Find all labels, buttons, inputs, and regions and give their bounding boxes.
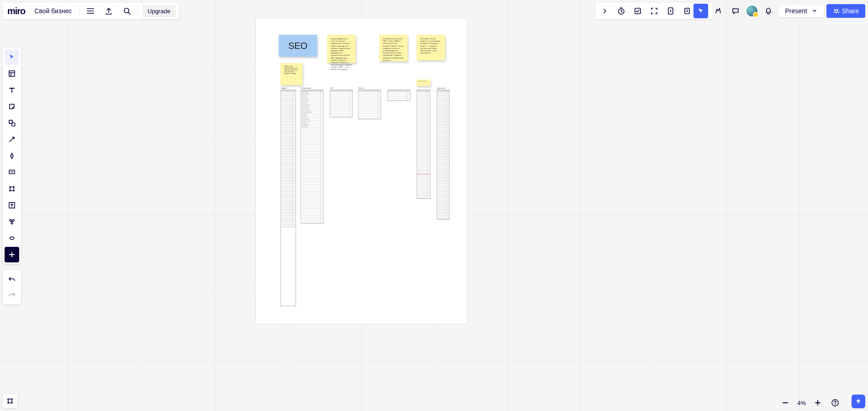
sticky-note-3[interactable]: Источники. Понять какие есть ассоциации,… (417, 35, 445, 60)
svg-point-17 (835, 404, 836, 405)
sticky-note-2[interactable]: Оптимизация важности SEO. Спец по SEO и … (379, 35, 408, 61)
notifications-icon[interactable] (761, 4, 776, 18)
notes-icon[interactable] (680, 4, 694, 18)
sticky-small-1[interactable]: Автоматизация статей (417, 80, 430, 86)
export-icon[interactable] (101, 4, 116, 18)
search-icon[interactable] (120, 4, 134, 18)
svg-point-15 (11, 222, 13, 224)
table-6[interactable] (417, 90, 430, 199)
focus-icon[interactable] (647, 4, 662, 18)
zoom-out-button[interactable] (780, 397, 791, 408)
svg-rect-4 (685, 8, 689, 14)
reactions-icon[interactable] (711, 4, 725, 18)
undo-redo-panel (3, 270, 21, 304)
svg-point-9 (11, 123, 15, 126)
top-toolbar: miro Свой бизнес Upgrade (3, 3, 179, 19)
table-title: База статей (437, 87, 445, 89)
connector-tool[interactable] (5, 132, 19, 147)
svg-point-6 (836, 9, 838, 11)
table-title: Контент (359, 87, 364, 89)
upload-tool[interactable] (5, 197, 19, 213)
sticky-text: SEO (288, 40, 307, 52)
svg-point-10 (11, 155, 12, 156)
separator (138, 6, 138, 16)
menu-icon[interactable] (83, 4, 98, 18)
sticky-note-tool[interactable] (5, 99, 19, 114)
upgrade-button[interactable]: Upgrade (142, 5, 176, 17)
sticky-text: Лендинг сайт, одностраничник, веб страни… (284, 65, 298, 75)
board-frame[interactable]: SEO Сергей продвигался стать 1 в рынке и… (256, 18, 467, 324)
shapes-tool[interactable] (5, 115, 19, 131)
frame-tool[interactable] (5, 181, 19, 197)
separator (79, 6, 79, 16)
table-5[interactable] (387, 90, 410, 101)
templates-tool[interactable] (5, 66, 19, 81)
sticky-text: Источники. Понять какие есть ассоциации,… (420, 37, 440, 54)
table-7[interactable]: База статей (437, 90, 450, 220)
talk-track-icon[interactable] (663, 4, 678, 18)
cursor-tool-button[interactable] (693, 4, 708, 18)
ai-assist-button[interactable] (852, 395, 865, 408)
sticky-text: Оптимизация важности SEO. Спец по SEO и … (383, 37, 403, 61)
table-2[interactable]: Семантическое создать лендингзаказать ле… (301, 90, 323, 224)
sticky-text: Автоматизация статей (418, 80, 427, 81)
apps-tool[interactable] (5, 214, 19, 230)
collab-bar: Present Share (693, 3, 865, 19)
timer-icon[interactable] (614, 4, 629, 18)
add-tool[interactable] (5, 247, 19, 262)
zoom-in-button[interactable] (812, 397, 823, 408)
table-title: Семантическое (301, 87, 311, 89)
svg-rect-7 (9, 71, 15, 76)
sticky-note-1[interactable]: Сергей продвигался стать 1 в рынке и зар… (327, 35, 355, 63)
zoom-percent[interactable]: 4% (797, 400, 806, 406)
board-title[interactable]: Свой бизнес (31, 7, 75, 15)
sticky-seo[interactable]: SEO (279, 35, 317, 57)
more-tools[interactable] (5, 230, 19, 246)
table-3[interactable]: Топ 3 (330, 90, 353, 117)
comments-icon[interactable] (728, 4, 743, 18)
comment-tool[interactable] (5, 165, 19, 180)
share-label: Share (842, 7, 859, 15)
sticky-text: Сергей продвигался стать 1 в рынке и зар… (331, 37, 352, 70)
keyboard-shortcut-button[interactable] (3, 394, 17, 408)
vote-icon[interactable] (630, 4, 645, 18)
left-toolbar (3, 48, 21, 264)
sticky-landing[interactable]: Лендинг сайт, одностраничник, веб страни… (281, 63, 302, 85)
select-tool[interactable] (5, 49, 19, 65)
table-title: Продукт 1 (281, 87, 287, 89)
table-1[interactable]: Продукт 1 (281, 90, 296, 306)
help-icon[interactable] (830, 397, 841, 408)
chevron-down-icon (812, 8, 817, 14)
table-4[interactable]: Контент (358, 90, 381, 119)
present-button[interactable]: Present (778, 5, 823, 17)
zoom-controls: 4% (780, 397, 841, 408)
pen-tool[interactable] (5, 148, 19, 164)
redo-button[interactable] (5, 287, 19, 303)
table-title: Топ 3 (330, 87, 333, 89)
people-icon (833, 8, 839, 14)
undo-button[interactable] (5, 272, 19, 287)
user-avatar[interactable] (746, 5, 758, 17)
svg-point-5 (834, 9, 836, 11)
present-label: Present (785, 7, 807, 15)
share-button[interactable]: Share (826, 4, 865, 18)
collapse-arrow-icon[interactable] (598, 4, 612, 18)
text-tool[interactable] (5, 82, 19, 98)
miro-logo[interactable]: miro (5, 6, 27, 16)
